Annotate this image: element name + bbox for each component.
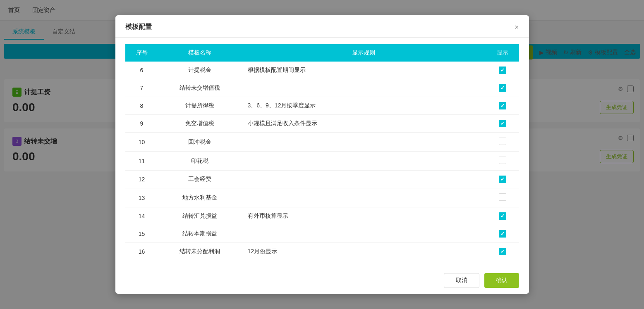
table-row: 15结转本期损益 bbox=[125, 225, 519, 243]
cell-check[interactable] bbox=[486, 79, 519, 97]
cell-check[interactable] bbox=[486, 207, 519, 225]
cell-rule bbox=[241, 171, 486, 188]
cell-name: 回冲税金 bbox=[158, 133, 241, 152]
cell-check[interactable] bbox=[486, 133, 519, 152]
cell-name: 结转未交增值税 bbox=[158, 79, 241, 97]
cell-check[interactable] bbox=[486, 243, 519, 261]
cell-name: 地方水利基金 bbox=[158, 188, 241, 207]
modal-template-config: 模板配置 × 序号 模板名称 显示规则 显示 6计提税金根据模板配置期间显示7结… bbox=[115, 15, 529, 294]
cell-name: 结转未分配利润 bbox=[158, 243, 241, 261]
cell-seq: 11 bbox=[125, 152, 158, 171]
row-checkbox[interactable] bbox=[499, 84, 506, 92]
row-checkbox[interactable] bbox=[499, 120, 506, 127]
cell-seq: 13 bbox=[125, 188, 158, 207]
cell-name: 印花税 bbox=[158, 152, 241, 171]
cell-rule bbox=[241, 225, 486, 243]
row-checkbox[interactable] bbox=[499, 193, 506, 201]
cell-seq: 14 bbox=[125, 207, 158, 225]
row-checkbox[interactable] bbox=[499, 248, 506, 255]
row-checkbox[interactable] bbox=[499, 176, 506, 183]
modal-close-button[interactable]: × bbox=[515, 24, 519, 31]
table-row: 14结转汇兑损益有外币核算显示 bbox=[125, 207, 519, 225]
cell-name: 计提税金 bbox=[158, 62, 241, 79]
cell-check[interactable] bbox=[486, 97, 519, 115]
table-row: 9免交增值税小规模且满足收入条件显示 bbox=[125, 115, 519, 133]
cell-seq: 6 bbox=[125, 62, 158, 79]
modal-overlay: 模板配置 × 序号 模板名称 显示规则 显示 6计提税金根据模板配置期间显示7结… bbox=[0, 0, 644, 309]
modal-body: 序号 模板名称 显示规则 显示 6计提税金根据模板配置期间显示7结转未交增值税8… bbox=[115, 38, 529, 267]
row-checkbox[interactable] bbox=[499, 212, 506, 220]
cell-rule bbox=[241, 79, 486, 97]
table-row: 10回冲税金 bbox=[125, 133, 519, 152]
cell-name: 结转本期损益 bbox=[158, 225, 241, 243]
table-header: 序号 模板名称 显示规则 显示 bbox=[125, 44, 519, 62]
confirm-button[interactable]: 确认 bbox=[484, 273, 519, 288]
table-row: 16结转未分配利润12月份显示 bbox=[125, 243, 519, 261]
cell-rule: 有外币核算显示 bbox=[241, 207, 486, 225]
table-body: 6计提税金根据模板配置期间显示7结转未交增值税8计提所得税3、6、9、12月按季… bbox=[125, 62, 519, 260]
modal-footer: 取消 确认 bbox=[115, 267, 529, 294]
col-header-name: 模板名称 bbox=[158, 44, 241, 62]
cell-seq: 10 bbox=[125, 133, 158, 152]
table-row: 12工会经费 bbox=[125, 171, 519, 188]
cell-rule bbox=[241, 133, 486, 152]
table-row: 7结转未交增值税 bbox=[125, 79, 519, 97]
cell-name: 免交增值税 bbox=[158, 115, 241, 133]
cell-rule bbox=[241, 152, 486, 171]
cell-check[interactable] bbox=[486, 115, 519, 133]
cell-seq: 15 bbox=[125, 225, 158, 243]
table-row: 8计提所得税3、6、9、12月按季度显示 bbox=[125, 97, 519, 115]
row-checkbox[interactable] bbox=[499, 230, 506, 238]
cell-check[interactable] bbox=[486, 171, 519, 188]
cell-check[interactable] bbox=[486, 62, 519, 79]
cell-name: 工会经费 bbox=[158, 171, 241, 188]
table-row: 6计提税金根据模板配置期间显示 bbox=[125, 62, 519, 79]
col-header-seq: 序号 bbox=[125, 44, 158, 62]
cell-seq: 12 bbox=[125, 171, 158, 188]
cell-seq: 16 bbox=[125, 243, 158, 261]
cell-seq: 8 bbox=[125, 97, 158, 115]
table-row: 13地方水利基金 bbox=[125, 188, 519, 207]
row-checkbox[interactable] bbox=[499, 138, 506, 145]
cell-check[interactable] bbox=[486, 188, 519, 207]
row-checkbox[interactable] bbox=[499, 157, 506, 164]
cell-rule: 根据模板配置期间显示 bbox=[241, 62, 486, 79]
cell-rule: 3、6、9、12月按季度显示 bbox=[241, 97, 486, 115]
config-table: 序号 模板名称 显示规则 显示 6计提税金根据模板配置期间显示7结转未交增值税8… bbox=[125, 44, 519, 260]
cell-rule: 小规模且满足收入条件显示 bbox=[241, 115, 486, 133]
cell-name: 结转汇兑损益 bbox=[158, 207, 241, 225]
cell-check[interactable] bbox=[486, 152, 519, 171]
cell-seq: 7 bbox=[125, 79, 158, 97]
cell-rule bbox=[241, 188, 486, 207]
col-header-display: 显示 bbox=[486, 44, 519, 62]
cell-seq: 9 bbox=[125, 115, 158, 133]
table-row: 11印花税 bbox=[125, 152, 519, 171]
cancel-button[interactable]: 取消 bbox=[444, 273, 479, 288]
modal-title: 模板配置 bbox=[125, 23, 152, 31]
row-checkbox[interactable] bbox=[499, 67, 506, 74]
cell-check[interactable] bbox=[486, 225, 519, 243]
col-header-rule: 显示规则 bbox=[241, 44, 486, 62]
row-checkbox[interactable] bbox=[499, 102, 506, 109]
cell-name: 计提所得税 bbox=[158, 97, 241, 115]
modal-header: 模板配置 × bbox=[115, 15, 529, 38]
cell-rule: 12月份显示 bbox=[241, 243, 486, 261]
